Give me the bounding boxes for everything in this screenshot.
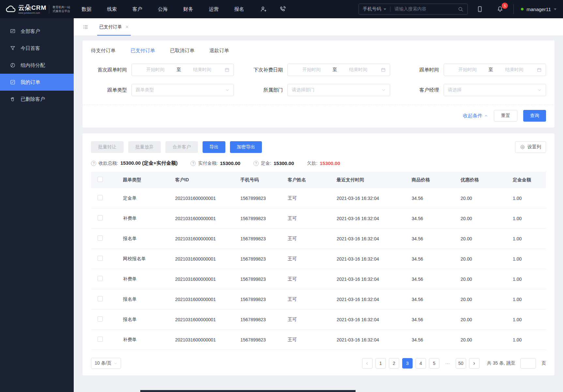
- sidebar-item-deleted-customers[interactable]: 已删除客户: [0, 91, 74, 108]
- table-row: 补费单20210316000000011567899823王可2021-03-1…: [91, 208, 546, 229]
- row-checkbox[interactable]: [98, 316, 103, 322]
- help-icon[interactable]: ?: [91, 161, 96, 166]
- cell-deposit: 1.00: [510, 309, 546, 330]
- footprint-icon: [10, 96, 16, 102]
- sidebar-item-all-customers[interactable]: 全部客户: [0, 23, 74, 40]
- window-tab-paid-orders[interactable]: 已支付订单: [97, 18, 131, 36]
- nav-item-signup[interactable]: 报名: [234, 6, 244, 12]
- cell-pay_time: 2021-03-16 16:32:04: [334, 229, 409, 249]
- table-row: 报名单20210316000000011567899823王可2021-03-1…: [91, 309, 546, 330]
- row-checkbox[interactable]: [98, 296, 103, 301]
- pie-icon: [10, 62, 16, 68]
- daterange-first-follow[interactable]: 开始时间 至 结束时间: [131, 64, 234, 76]
- reset-button[interactable]: 重置: [494, 110, 517, 122]
- cell-type: 补费单: [120, 330, 173, 350]
- cell-product_price: 34.56: [409, 208, 458, 229]
- batch-transfer-button[interactable]: 批量转让: [91, 141, 124, 153]
- field-follow-type: 跟单类型 跟单类型: [91, 84, 234, 96]
- row-checkbox[interactable]: [98, 195, 103, 200]
- row-checkbox[interactable]: [98, 337, 103, 342]
- sidebar-item-today-first[interactable]: 今日首客: [0, 40, 74, 57]
- calendar-icon: [537, 67, 542, 72]
- select-all-checkbox[interactable]: [98, 177, 103, 182]
- sidebar-item-my-orders[interactable]: 我的订单: [0, 74, 74, 91]
- nav-item-pool[interactable]: 公海: [158, 6, 168, 12]
- mobile-icon[interactable]: [476, 6, 483, 13]
- sidebar: 全部客户 今日首客 组内待分配 我的订单: [0, 18, 74, 392]
- jump-page-input[interactable]: [520, 358, 536, 369]
- query-button[interactable]: 查询: [523, 110, 546, 122]
- cell-deposit: 1.00: [510, 229, 546, 249]
- tab-paid[interactable]: 已支付订单: [130, 48, 155, 54]
- close-icon[interactable]: [125, 25, 129, 29]
- column-settings-button[interactable]: 设置列: [515, 141, 546, 153]
- page-size-select[interactable]: 10 条/页: [91, 358, 121, 369]
- global-search[interactable]: 手机号码 请输入搜索内容: [358, 4, 468, 15]
- page-button-3[interactable]: 3: [402, 358, 413, 369]
- help-icon[interactable]: ?: [190, 161, 196, 166]
- page-button-2[interactable]: 2: [389, 358, 399, 369]
- search-icon[interactable]: [458, 6, 464, 12]
- cell-customer_id: 2021031600000001: [173, 269, 238, 289]
- chevron-down-icon: [554, 8, 556, 10]
- daterange-next-fee[interactable]: 开始时间 至 结束时间: [287, 64, 390, 76]
- search-input[interactable]: 请输入搜索内容: [394, 6, 458, 12]
- collapse-menu-icon[interactable]: [82, 24, 89, 30]
- select-department[interactable]: 请选择部门: [287, 84, 390, 96]
- cloud-logo-icon: [5, 4, 16, 15]
- cell-discount_price: 20.00: [458, 249, 510, 269]
- cell-discount_price: 20.00: [458, 229, 510, 249]
- cell-discount_price: 20.00: [458, 269, 510, 289]
- tab-pending-payment[interactable]: 待支付订单: [91, 48, 115, 54]
- cell-customer_id: 2021031600000001: [173, 188, 238, 208]
- add-person-icon[interactable]: [260, 6, 267, 13]
- chevron-up-icon: [484, 114, 488, 118]
- page-button-1[interactable]: 1: [375, 358, 386, 369]
- calendar-icon: [224, 67, 230, 72]
- cell-discount_price: 20.00: [458, 309, 510, 330]
- row-checkbox[interactable]: [98, 235, 103, 241]
- user-menu[interactable]: manager11: [521, 7, 556, 12]
- collapse-conditions-link[interactable]: 收起条件: [463, 113, 488, 119]
- order-status-tabs: 待支付订单 已支付订单 已取消订单 退款订单: [83, 40, 555, 56]
- nav-item-customers[interactable]: 客户: [132, 6, 142, 12]
- daterange-follow[interactable]: 开始时间 至 结束时间: [444, 64, 546, 76]
- sidebar-item-group-pending[interactable]: 组内待分配: [0, 57, 74, 74]
- export-button[interactable]: 导出: [203, 141, 225, 153]
- select-follow-type[interactable]: 跟单类型: [131, 84, 234, 96]
- page-button-50[interactable]: 50: [456, 358, 466, 369]
- nav-item-leads[interactable]: 线索: [107, 6, 117, 12]
- nav-item-data[interactable]: 数据: [82, 6, 91, 12]
- cell-customer_id: 2021031600000001: [173, 289, 238, 309]
- tab-refund[interactable]: 退款订单: [209, 48, 229, 54]
- row-checkbox[interactable]: [98, 256, 103, 261]
- cell-type: 报名单: [120, 289, 173, 309]
- cell-name: 王可: [285, 188, 334, 208]
- nav-item-operation[interactable]: 运营: [209, 6, 219, 12]
- encrypted-export-button[interactable]: 加密导出: [230, 141, 262, 153]
- field-follow-time: 跟单时间 开始时间 至 结束时间: [403, 64, 546, 76]
- phone-call-icon[interactable]: [279, 6, 286, 13]
- cell-type: 网校报名单: [120, 249, 173, 269]
- select-account-manager[interactable]: 请选择: [444, 84, 546, 96]
- cell-name: 王可: [285, 229, 334, 249]
- batch-abandon-button[interactable]: 批量放弃: [128, 141, 161, 153]
- page-button-5[interactable]: 5: [429, 358, 439, 369]
- page-button-4[interactable]: 4: [416, 358, 426, 369]
- cell-product_price: 34.56: [409, 249, 458, 269]
- merge-customers-button[interactable]: 合并客户: [165, 141, 198, 153]
- cell-pay_time: 2021-03-16 16:32:04: [334, 309, 409, 330]
- cell-phone: 1567899823: [238, 208, 285, 229]
- cell-type: 报名单: [120, 309, 173, 330]
- tab-cancelled[interactable]: 已取消订单: [170, 48, 194, 54]
- search-category-select[interactable]: 手机号码: [363, 6, 386, 12]
- help-icon[interactable]: ?: [253, 161, 259, 166]
- row-checkbox[interactable]: [98, 215, 103, 220]
- row-checkbox[interactable]: [98, 276, 103, 281]
- next-page-button[interactable]: [469, 358, 479, 369]
- horizontal-scrollbar[interactable]: [140, 390, 356, 392]
- nav-item-finance[interactable]: 财务: [183, 6, 193, 12]
- prev-page-button[interactable]: [362, 358, 373, 369]
- funnel-icon: [10, 45, 16, 51]
- cell-customer_id: 2021031600000001: [173, 208, 238, 229]
